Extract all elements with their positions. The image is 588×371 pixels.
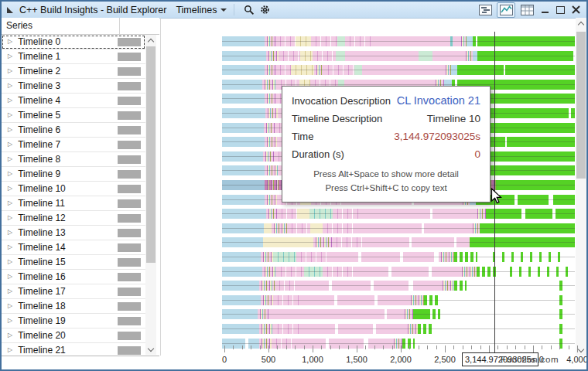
timeline-bar-17[interactable]	[222, 281, 575, 291]
bar-segment	[363, 237, 409, 247]
expand-arrow-icon[interactable]: ▷	[8, 318, 12, 324]
series-row-6[interactable]: ▷Timeline 6	[2, 123, 145, 138]
expand-arrow-icon[interactable]: ▷	[8, 186, 12, 192]
scroll-up-icon[interactable]	[145, 35, 156, 46]
timeline-bar-21[interactable]	[222, 339, 575, 349]
bar-segment	[276, 267, 304, 277]
line-chart-view-button[interactable]	[497, 2, 515, 18]
bar-segment	[354, 223, 422, 233]
chart-scrollbar-thumb[interactable]	[576, 32, 586, 179]
timeline-bar-12[interactable]	[222, 209, 575, 219]
series-row-17[interactable]: ▷Timeline 17	[2, 284, 145, 299]
axis-minor-tick	[277, 345, 278, 349]
series-row-18[interactable]: ▷Timeline 18	[2, 299, 145, 314]
timeline-bar-14[interactable]	[222, 237, 575, 247]
bar-segment	[262, 267, 276, 277]
expand-arrow-icon[interactable]: ▷	[8, 332, 12, 339]
minimize-button[interactable]	[538, 4, 552, 16]
timeline-bar-0[interactable]	[222, 36, 575, 46]
expand-arrow-icon[interactable]: ▷	[8, 156, 12, 162]
series-row-9[interactable]: ▷Timeline 9	[2, 167, 145, 182]
expand-arrow-icon[interactable]: ▷	[8, 53, 12, 60]
expand-arrow-icon[interactable]: ▷	[8, 141, 12, 148]
expand-arrow-icon[interactable]: ▷	[8, 200, 12, 206]
expand-arrow-icon[interactable]: ▷	[8, 259, 12, 265]
expand-arrow-icon[interactable]: ▷	[8, 303, 12, 309]
expand-arrow-icon[interactable]: ▷	[8, 244, 12, 250]
series-row-20[interactable]: ▷Timeline 20	[2, 328, 145, 343]
series-row-0[interactable]: ▷Timeline 0	[2, 35, 145, 49]
chart-scrollbar[interactable]	[576, 18, 586, 356]
expand-arrow-icon[interactable]: ▷	[8, 39, 12, 45]
bar-segment	[222, 252, 261, 262]
maximize-button[interactable]	[554, 4, 567, 16]
view-mode-dropdown[interactable]: Timelines	[176, 5, 227, 15]
series-row-21[interactable]: ▷Timeline 21	[2, 343, 145, 355]
series-row-8[interactable]: ▷Timeline 8	[2, 152, 145, 167]
line-chart-icon	[500, 5, 513, 15]
title-bar: C++ Build Insights - Build Explorer Time…	[2, 2, 586, 19]
series-row-14[interactable]: ▷Timeline 14	[2, 240, 145, 255]
bar-segment	[571, 108, 575, 118]
bar-segment	[327, 252, 358, 262]
expand-arrow-icon[interactable]: ▷	[8, 68, 12, 74]
timeline-bar-1[interactable]	[222, 51, 575, 61]
axis-minor-tick	[348, 345, 349, 349]
expand-arrow-icon[interactable]: ▷	[8, 347, 12, 353]
series-row-16[interactable]: ▷Timeline 16	[2, 270, 145, 284]
scroll-down-icon[interactable]	[145, 344, 156, 355]
grid-view-button[interactable]	[518, 2, 536, 18]
bar-segment	[460, 267, 477, 277]
bar-segment	[432, 267, 460, 277]
series-row-15[interactable]: ▷Timeline 15	[2, 255, 145, 270]
series-row-10[interactable]: ▷Timeline 10	[2, 182, 145, 196]
series-row-3[interactable]: ▷Timeline 3	[2, 79, 145, 94]
series-header: Series	[2, 18, 159, 35]
bar-segment	[264, 223, 272, 233]
series-row-7[interactable]: ▷Timeline 7	[2, 138, 145, 152]
bar-segment	[222, 108, 265, 118]
timeline-bar-19[interactable]	[222, 309, 575, 319]
expand-arrow-icon[interactable]: ▷	[8, 288, 12, 294]
scroll-up-icon[interactable]	[576, 18, 586, 29]
series-row-13[interactable]: ▷Timeline 13	[2, 226, 145, 240]
gantt-view-button[interactable]	[476, 2, 494, 18]
series-row-4[interactable]: ▷Timeline 4	[2, 94, 145, 108]
series-color-swatch	[118, 273, 141, 281]
series-row-1[interactable]: ▷Timeline 1	[2, 49, 145, 64]
series-row-5[interactable]: ▷Timeline 5	[2, 108, 145, 123]
window-collapse-icon[interactable]	[7, 7, 13, 13]
series-row-2[interactable]: ▷Timeline 2	[2, 64, 145, 79]
timeline-bar-18[interactable]	[222, 295, 575, 305]
expand-arrow-icon[interactable]: ▷	[8, 127, 12, 133]
settings-button[interactable]	[257, 3, 272, 17]
bar-segment	[453, 36, 459, 46]
axis-minor-tick	[233, 345, 234, 349]
expand-arrow-icon[interactable]: ▷	[8, 230, 12, 236]
expand-arrow-icon[interactable]: ▷	[8, 83, 12, 89]
series-row-12[interactable]: ▷Timeline 12	[2, 211, 145, 226]
bar-segment	[374, 281, 409, 291]
minimize-icon	[542, 12, 549, 13]
timeline-bar-15[interactable]	[222, 252, 575, 262]
expand-arrow-icon[interactable]: ▷	[8, 97, 12, 104]
axis-tick-label: 2,500	[434, 355, 456, 364]
series-scrollbar[interactable]	[145, 35, 156, 355]
expand-arrow-icon[interactable]: ▷	[8, 171, 12, 177]
series-row-19[interactable]: ▷Timeline 19	[2, 314, 145, 328]
timeline-bar-16[interactable]	[222, 267, 575, 277]
expand-arrow-icon[interactable]: ▷	[8, 112, 12, 118]
bar-segment	[562, 324, 575, 334]
expand-arrow-icon[interactable]: ▷	[8, 274, 12, 280]
series-row-11[interactable]: ▷Timeline 11	[2, 196, 145, 211]
expand-arrow-icon[interactable]: ▷	[8, 215, 12, 221]
axis-minor-tick	[436, 345, 437, 349]
search-button[interactable]	[241, 3, 257, 17]
timeline-bar-20[interactable]	[222, 324, 575, 334]
bar-segment	[562, 309, 575, 319]
bar-segment	[303, 324, 335, 334]
close-button[interactable]	[569, 4, 583, 16]
timeline-bar-13[interactable]	[222, 223, 575, 233]
timeline-bar-2[interactable]	[222, 65, 575, 75]
series-scrollbar-thumb[interactable]	[146, 46, 156, 263]
